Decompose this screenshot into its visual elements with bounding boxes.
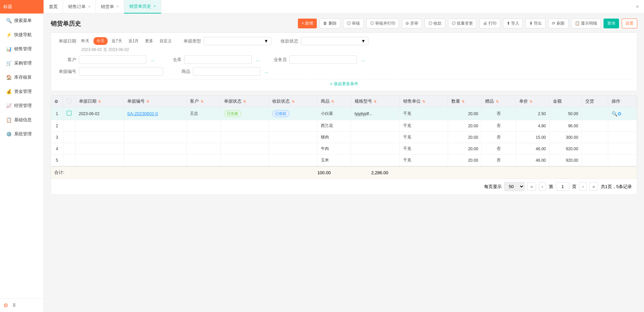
col-goods[interactable]: 商品 ⇅ (317, 96, 351, 107)
col-doc-date[interactable]: 单据日期 ⇅ (75, 96, 124, 107)
tab-home[interactable]: 首页 (44, 0, 63, 14)
goods-input[interactable] (193, 67, 260, 76)
customer-input[interactable] (79, 55, 146, 64)
row-goods: 小白菜 (317, 107, 351, 120)
goods-dots[interactable]: ... (265, 69, 269, 74)
sidebar-bottom-icon1[interactable]: ⚙ (3, 302, 8, 309)
audit-print-button[interactable]: ◎ 审核并打印 (366, 19, 399, 28)
sidebar-item-search-menu[interactable]: 🔍 搜索菜单 (0, 14, 44, 28)
tab-sales-order-close[interactable]: × (88, 5, 90, 8)
audit-button[interactable]: ◎ 审核 (343, 19, 364, 28)
tab-sales-history[interactable]: 销货单历史 × (124, 0, 161, 14)
row-amount: 920.00 (550, 143, 582, 155)
row-payment-status (269, 155, 317, 166)
col-payment-status-label: 收款状态 (272, 99, 290, 104)
sidebar-item-label: 系统管理 (14, 131, 32, 137)
collapse-filter-button[interactable]: ∧ 收起更多条件 (56, 79, 632, 87)
sidebar-item-label: 快捷导航 (14, 32, 32, 38)
warehouse-input[interactable] (184, 55, 252, 64)
next-page-button[interactable]: › (579, 182, 587, 191)
show-detail-button[interactable]: 📋 显示明细 (571, 19, 601, 28)
row-gift: 否 (482, 120, 515, 132)
payment-status-arrow: ▼ (361, 38, 366, 44)
col-unit-price[interactable]: 单价 ⇅ (515, 96, 549, 107)
sidebar-header: 标题 (0, 0, 44, 14)
date-btn-custom[interactable]: 自定义 (157, 37, 174, 45)
date-btn-7days[interactable]: 近7天 (109, 37, 124, 45)
tab-sales-delivery-close[interactable]: × (117, 5, 119, 8)
last-page-button[interactable]: » (589, 182, 598, 191)
batch-change-button[interactable]: ◎ 批量变更 (448, 19, 477, 28)
col-gift-label: 赠品 (485, 99, 494, 104)
doc-type-select[interactable]: ▼ (204, 37, 271, 45)
new-button[interactable]: + 新增 (298, 19, 317, 28)
warehouse-dots[interactable]: ... (256, 57, 260, 62)
view-icon[interactable]: 🔍 (612, 111, 617, 116)
row-customer: 王总 (187, 107, 220, 120)
tab-sales-history-close[interactable]: × (154, 4, 156, 8)
col-quantity[interactable]: 数量 ⇅ (448, 96, 482, 107)
doc-number-input[interactable] (79, 67, 163, 76)
col-doc-number[interactable]: 单据编号 ⇅ (124, 96, 187, 107)
query-button[interactable]: 查询 (604, 19, 619, 28)
data-table: ⚙ 单据日期 ⇅ 单据编号 ⇅ (51, 96, 637, 166)
row-number: 3 (51, 132, 63, 143)
sidebar-item-label: 经营管理 (14, 103, 32, 109)
abandon-button[interactable]: ⊘ 弃审 (402, 19, 422, 28)
row-transaction (582, 107, 608, 120)
col-spec-type[interactable]: 规格型号 ⇅ (351, 96, 400, 107)
filter-customer: 客户 ... (56, 55, 155, 64)
tabs-close-all[interactable]: × (631, 4, 644, 10)
sidebar-item-finance-mgmt[interactable]: 💰 资金管理 (0, 84, 44, 99)
row-spec-type: tyjyjtyjdf... (351, 107, 400, 120)
print-button[interactable]: 🖨 打印 (479, 19, 500, 28)
filter-doc-number: 单据编号 (56, 67, 163, 76)
sidebar-item-purchase-mgmt[interactable]: 🛒 采购管理 (0, 56, 44, 70)
sort-payment-status-icon: ⇅ (292, 100, 295, 103)
sidebar-item-label: 基础信息 (14, 117, 32, 123)
refresh-button[interactable]: ⟳ 刷新 (548, 19, 568, 28)
col-settings[interactable]: ⚙ (51, 96, 63, 107)
tab-sales-order[interactable]: 销售订单 × (63, 0, 96, 14)
col-gift[interactable]: 赠品 ⇅ (482, 96, 515, 107)
col-sales-unit[interactable]: 销售单位 ⇅ (399, 96, 448, 107)
row-amount: 50.00 (550, 107, 582, 120)
collect-button[interactable]: ◎ 收款 (425, 19, 445, 28)
salesperson-input[interactable] (289, 55, 357, 64)
tab-sales-delivery[interactable]: 销货单 × (96, 0, 124, 14)
sidebar-bottom-icon2[interactable]: ⏸ (11, 302, 17, 309)
row-sales-unit: 千克 (399, 120, 448, 132)
sidebar-item-biz-mgmt[interactable]: 📈 经营管理 (0, 99, 44, 113)
col-customer[interactable]: 客户 ⇅ (187, 96, 220, 107)
date-btn-more[interactable]: 更多 (143, 37, 156, 45)
date-btn-yesterday[interactable]: 昨天 (79, 37, 92, 45)
sidebar-item-inventory[interactable]: 🏠 库存核算 (0, 70, 44, 84)
select-all-checkbox[interactable] (67, 99, 72, 103)
row-doc-status: 已生效 (220, 107, 269, 120)
customer-dots[interactable]: ... (151, 57, 155, 62)
col-payment-status[interactable]: 收款状态 ⇅ (269, 96, 317, 107)
per-page-select[interactable]: 50 100 200 (504, 182, 525, 191)
page-number-input[interactable] (556, 182, 569, 191)
first-page-button[interactable]: « (527, 182, 536, 191)
prev-page-button[interactable]: ‹ (539, 182, 546, 191)
date-range-display: 2023-06-02 至 2023-06-02 (81, 47, 129, 52)
settings-button[interactable]: 设置 (622, 19, 637, 28)
salesperson-dots[interactable]: ... (361, 57, 365, 62)
date-btn-1month[interactable]: 近1月 (126, 37, 141, 45)
row-checkbox (63, 132, 75, 143)
import-button[interactable]: ⬆ 导入 (503, 19, 523, 28)
filter-payment-status: 收款状态 ▼ (278, 37, 368, 45)
sidebar-item-quick-nav[interactable]: ⚡ 快捷导航 (0, 28, 44, 42)
sidebar-item-sys-mgmt[interactable]: ⚙️ 系统管理 (0, 127, 44, 141)
export-button[interactable]: ⬇ 导出 (526, 19, 545, 28)
sidebar-item-basic-info[interactable]: 📋 基础信息 (0, 113, 44, 127)
col-doc-status[interactable]: 单据状态 ⇅ (220, 96, 269, 107)
edit-icon[interactable]: ⚙ (617, 111, 622, 116)
sidebar-item-sales-mgmt[interactable]: 📊 销售管理 (0, 42, 44, 56)
delete-button[interactable]: 🗑 删除 (319, 19, 340, 28)
footer-total-amount: 2,286.00 (371, 170, 388, 175)
payment-status-select[interactable]: ▼ (301, 37, 368, 45)
date-btn-today[interactable]: 今天 (93, 37, 108, 45)
row-doc-number (124, 155, 187, 166)
